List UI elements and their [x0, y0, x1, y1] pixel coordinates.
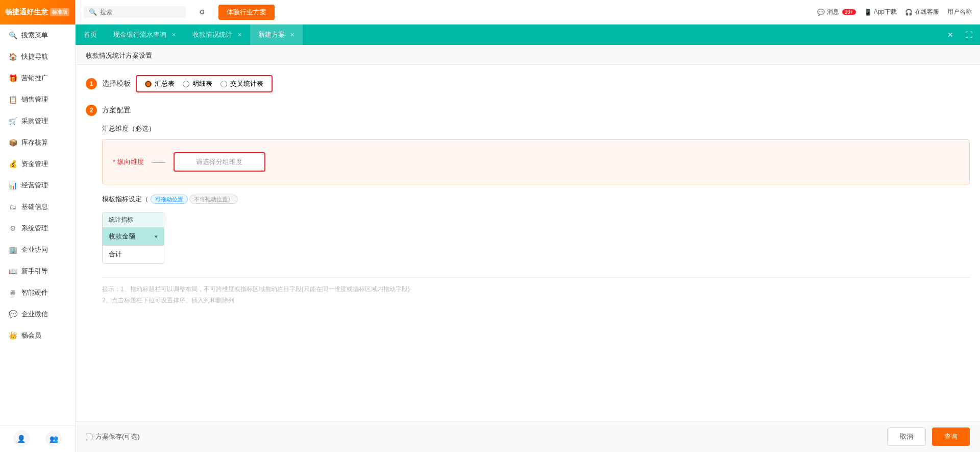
query-button[interactable]: 查询	[932, 427, 970, 446]
sidebar-item-hardware[interactable]: 🖥 智能硬件	[0, 282, 75, 303]
metrics-header-text: 模板指标设定（ 可拖动位置 不可拖动位置）	[102, 195, 238, 204]
tab-bank-flow-label: 现金银行流水查询	[113, 30, 166, 39]
sidebar-item-marketing[interactable]: 🎁 营销推广	[0, 67, 75, 89]
app-name: 畅捷通好生意	[5, 8, 48, 17]
search-icon: 🔍	[89, 8, 97, 16]
sidebar-item-label: 快捷导航	[21, 52, 48, 61]
metrics-cell-amount[interactable]: 收款金额 ▾	[103, 227, 164, 245]
no-drag-badge: 不可拖动位置）	[189, 195, 238, 204]
sidebar-item-inventory[interactable]: 📦 库存核算	[0, 132, 75, 153]
tips-prefix: 提示：	[102, 286, 120, 293]
sidebar-item-label: 销售管理	[21, 95, 48, 104]
metrics-header: 模板指标设定（ 可拖动位置 不可拖动位置）	[102, 195, 970, 204]
sidebar-item-label: 基础信息	[21, 202, 48, 211]
cart-icon: 🛒	[8, 116, 17, 126]
sidebar-item-label: 资金管理	[21, 159, 48, 169]
sales-icon: 📋	[8, 95, 17, 104]
arrow-icon: ——	[152, 158, 165, 166]
tab-bank-flow[interactable]: 现金银行流水查询 ✕	[105, 25, 184, 45]
tab-new-plan-label: 新建方案	[258, 30, 285, 39]
sidebar-item-member[interactable]: 👑 畅会员	[0, 325, 75, 346]
step1-section: 1 选择模板 汇总表 明细表 交叉统计表	[86, 75, 970, 92]
user-avatar-1[interactable]: 👤	[13, 431, 30, 447]
sidebar-item-quick-nav[interactable]: 🏠 快捷导航	[0, 46, 75, 67]
building-icon: 🏢	[8, 245, 17, 254]
sidebar-item-guide[interactable]: 📖 新手引导	[0, 260, 75, 282]
settings-button[interactable]: ⚙	[194, 4, 210, 20]
page-title: 收款情况统计方案设置	[76, 45, 980, 65]
tab-close-all[interactable]: ✕	[943, 28, 958, 42]
metrics-table: 统计指标 收款金额 ▾ 合计	[102, 212, 164, 264]
radio-detail[interactable]: 明细表	[183, 79, 212, 88]
metrics-dropdown-icon[interactable]: ▾	[155, 233, 158, 240]
tab-home[interactable]: 首页	[76, 25, 105, 45]
app-version: 标准版	[50, 8, 69, 16]
search-input[interactable]	[100, 9, 172, 16]
sidebar-item-sales[interactable]: 📋 销售管理	[0, 89, 75, 110]
dimension-row: * 纵向维度 —— 请选择分组维度	[113, 152, 959, 172]
save-label: 方案保存(可选)	[95, 432, 140, 441]
sidebar-item-system[interactable]: ⚙ 系统管理	[0, 218, 75, 239]
metrics-section: 模板指标设定（ 可拖动位置 不可拖动位置） 统计指标 收款金额	[102, 195, 970, 265]
sidebar-item-label: 系统管理	[21, 224, 48, 233]
sidebar-item-label: 畅会员	[21, 331, 41, 340]
sidebar-bottom: 👤 👥	[0, 425, 75, 452]
app-logo: 畅捷通好生意 标准版	[0, 0, 75, 25]
search-box[interactable]: 🔍	[84, 6, 186, 18]
sidebar-item-label: 库存核算	[21, 138, 48, 147]
tab-new-plan[interactable]: 新建方案 ✕	[250, 25, 303, 45]
dimension-section-label: 汇总维度（必选）	[102, 124, 970, 133]
main-area: 🔍 ⚙ 体验行业方案 💬 消息 99+ 📱 App下载 🎧 在线客服 用户名称	[76, 0, 980, 452]
sidebar-item-base-info[interactable]: 🗂 基础信息	[0, 196, 75, 218]
radio-summary-input[interactable]	[145, 81, 152, 87]
sidebar-item-company[interactable]: 🏢 企业协同	[0, 239, 75, 260]
tab-expand[interactable]: ⛶	[962, 28, 976, 42]
user-avatar-2[interactable]: 👥	[45, 431, 62, 447]
tips-text-2: 2、点击标题栏下拉可设置排序、插入列和删除列	[102, 295, 970, 306]
sidebar-item-label: 企业协同	[21, 245, 48, 254]
radio-summary[interactable]: 汇总表	[145, 79, 175, 88]
sidebar-item-label: 采购管理	[21, 116, 48, 126]
dimension-selector[interactable]: 请选择分组维度	[174, 152, 265, 172]
sidebar-item-operation[interactable]: 📊 经营管理	[0, 175, 75, 196]
template-options-box: 汇总表 明细表 交叉统计表	[136, 75, 273, 92]
sidebar-item-label: 新手引导	[21, 267, 48, 276]
header: 🔍 ⚙ 体验行业方案 💬 消息 99+ 📱 App下载 🎧 在线客服 用户名称	[76, 0, 980, 25]
sidebar-item-finance[interactable]: 💰 资金管理	[0, 153, 75, 175]
dimension-area: * 纵向维度 —— 请选择分组维度	[102, 139, 970, 184]
service-button[interactable]: 🎧 在线客服	[905, 8, 939, 16]
try-industry-button[interactable]: 体验行业方案	[218, 5, 275, 20]
sidebar: 畅捷通好生意 标准版 🔍 搜索菜单 🏠 快捷导航 🎁 营销推广 📋 销售管理 🛒…	[0, 0, 76, 452]
save-checkbox-label[interactable]: 方案保存(可选)	[86, 432, 140, 441]
sidebar-item-wechat[interactable]: 💬 企业微信	[0, 303, 75, 325]
message-badge: 99+	[842, 9, 856, 15]
message-icon: 💬	[817, 9, 825, 16]
sidebar-item-search[interactable]: 🔍 搜索菜单	[0, 25, 75, 46]
sidebar-item-purchase[interactable]: 🛒 采购管理	[0, 110, 75, 132]
sidebar-item-label: 经营管理	[21, 181, 48, 190]
tab-collect-stats[interactable]: 收款情况统计 ✕	[184, 25, 250, 45]
save-checkbox[interactable]	[86, 434, 92, 440]
monitor-icon: 🖥	[8, 288, 17, 297]
download-button[interactable]: 📱 App下载	[864, 8, 897, 16]
message-button[interactable]: 💬 消息 99+	[817, 8, 856, 16]
radio-detail-label: 明细表	[192, 79, 212, 88]
vertical-dimension-label: * 纵向维度	[113, 157, 144, 166]
radio-cross[interactable]: 交叉统计表	[220, 79, 263, 88]
metrics-table-section-label: 统计指标	[103, 212, 164, 227]
step2-header: 2 方案配置	[86, 105, 970, 116]
sidebar-item-label: 企业微信	[21, 310, 48, 319]
radio-cross-input[interactable]	[220, 81, 227, 87]
cancel-button[interactable]: 取消	[887, 427, 926, 446]
tab-bar-right: ✕ ⛶	[943, 28, 980, 42]
tab-bank-flow-close[interactable]: ✕	[172, 32, 176, 38]
tab-bar: 首页 现金银行流水查询 ✕ 收款情况统计 ✕ 新建方案 ✕ ✕ ⛶	[76, 25, 980, 45]
user-info[interactable]: 用户名称	[947, 8, 972, 16]
gift-icon: 🎁	[8, 74, 17, 83]
message-label: 消息	[827, 8, 839, 16]
tab-collect-stats-close[interactable]: ✕	[237, 32, 242, 38]
radio-detail-input[interactable]	[183, 81, 189, 87]
tab-new-plan-close[interactable]: ✕	[290, 32, 295, 38]
sidebar-item-label: 智能硬件	[21, 288, 48, 297]
book-icon: 📖	[8, 267, 17, 276]
